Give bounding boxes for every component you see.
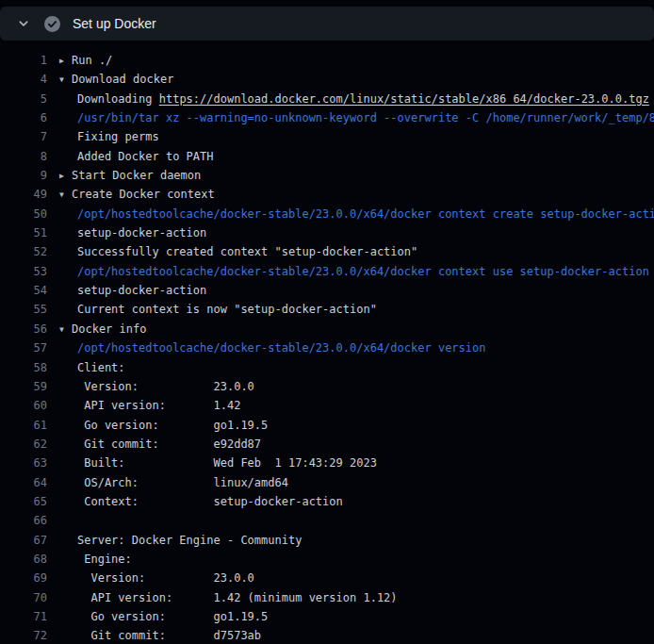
log-row: 53/opt/hostedtoolcache/docker-stable/23.… <box>0 262 654 281</box>
log-group-row[interactable]: 4▼Download docker <box>0 70 654 89</box>
log-row: 57/opt/hostedtoolcache/docker-stable/23.… <box>0 339 654 357</box>
line-number[interactable]: 55 <box>0 300 47 319</box>
log-text: setup-docker-action <box>77 223 206 242</box>
triangle-down-icon[interactable]: ▼ <box>59 321 72 339</box>
line-number[interactable]: 70 <box>0 588 47 607</box>
log-row: 67Server: Docker Engine - Community <box>0 531 654 550</box>
group-toggle[interactable]: ▶Start Docker daemon <box>59 166 201 185</box>
log-row: 58Client: <box>0 358 654 377</box>
log-text: OS/Arch: linux/amd64 <box>77 473 288 492</box>
line-number[interactable]: 8 <box>0 147 47 166</box>
log-text: Fixing perms <box>77 127 159 146</box>
triangle-down-icon[interactable]: ▼ <box>59 71 72 89</box>
line-number[interactable]: 69 <box>0 569 47 587</box>
line-number[interactable]: 49 <box>0 185 47 204</box>
line-number[interactable]: 71 <box>0 607 47 626</box>
chevron-down-icon[interactable] <box>18 18 29 29</box>
log-text: Client: <box>77 358 125 377</box>
line-number[interactable]: 64 <box>0 473 47 492</box>
log-row: 64 OS/Arch: linux/amd64 <box>0 473 654 492</box>
line-number[interactable]: 62 <box>0 435 47 454</box>
log-row: 60 API version: 1.42 <box>0 396 654 415</box>
line-number[interactable]: 67 <box>0 531 47 550</box>
group-label: Download docker <box>72 73 173 86</box>
log-group-row[interactable]: 1▶Run ./ <box>0 51 654 70</box>
log-row: 55Current context is now "setup-docker-a… <box>0 300 654 319</box>
log-text: Downloading https://download.docker.com/… <box>77 90 649 108</box>
log-group-row[interactable]: 9▶Start Docker daemon <box>0 166 654 185</box>
line-number[interactable]: 66 <box>0 511 47 530</box>
log-text: Added Docker to PATH <box>77 147 214 166</box>
log-group-row[interactable]: 56▼Docker info <box>0 320 654 339</box>
line-number[interactable]: 53 <box>0 262 47 281</box>
group-toggle[interactable]: ▼Download docker <box>59 70 173 89</box>
log-row: 71 Go version: go1.19.5 <box>0 607 654 626</box>
log-command-text: /opt/hostedtoolcache/docker-stable/23.0.… <box>77 339 485 357</box>
line-number[interactable]: 57 <box>0 339 47 357</box>
log-text: Server: Docker Engine - Community <box>77 531 302 550</box>
log-row: 52Successfully created context "setup-do… <box>0 242 654 261</box>
log-text: setup-docker-action <box>77 281 206 300</box>
line-number[interactable]: 59 <box>0 377 47 396</box>
log-text: Go version: go1.19.5 <box>77 607 268 626</box>
log-row: 5Downloading https://download.docker.com… <box>0 90 654 108</box>
log-text: Git commit: d7573ab <box>77 626 261 644</box>
log-row: 8Added Docker to PATH <box>0 147 654 166</box>
line-number[interactable]: 65 <box>0 492 47 511</box>
group-label: Start Docker daemon <box>72 169 201 182</box>
group-toggle[interactable]: ▼Create Docker context <box>59 185 215 204</box>
log-text: Engine: <box>77 550 132 569</box>
log-text: API version: 1.42 (minimum version 1.12) <box>77 588 398 607</box>
line-number[interactable]: 56 <box>0 320 47 339</box>
line-number[interactable]: 1 <box>0 51 47 70</box>
line-number[interactable]: 60 <box>0 396 47 415</box>
log-lines: 1▶Run ./4▼Download docker5Downloading ht… <box>0 51 654 644</box>
log-text: Downloading <box>77 92 159 106</box>
group-label: Run ./ <box>72 54 112 67</box>
log-text: Built: Wed Feb 1 17:43:29 2023 <box>77 454 377 472</box>
line-number[interactable]: 61 <box>0 416 47 435</box>
step-header[interactable]: Set up Docker <box>0 7 654 41</box>
log-row: 61 Go version: go1.19.5 <box>0 416 654 435</box>
line-number[interactable]: 7 <box>0 127 47 146</box>
group-label: Create Docker context <box>72 188 215 201</box>
log-row: 7Fixing perms <box>0 127 654 146</box>
triangle-down-icon[interactable]: ▼ <box>59 186 72 204</box>
line-number[interactable]: 58 <box>0 358 47 377</box>
line-number[interactable]: 9 <box>0 166 47 185</box>
log-row: 51setup-docker-action <box>0 223 654 242</box>
log-row: 54setup-docker-action <box>0 281 654 300</box>
log-text: Successfully created context "setup-dock… <box>77 242 417 261</box>
log-group-row[interactable]: 49▼Create Docker context <box>0 185 654 204</box>
group-label: Docker info <box>72 322 146 336</box>
check-circle-icon <box>44 16 60 32</box>
line-number[interactable]: 4 <box>0 70 47 89</box>
log-row: 63 Built: Wed Feb 1 17:43:29 2023 <box>0 454 654 472</box>
log-row: 70 API version: 1.42 (minimum version 1.… <box>0 588 654 607</box>
log-row: 72 Git commit: d7573ab <box>0 626 654 644</box>
triangle-right-icon[interactable]: ▶ <box>59 52 72 70</box>
line-number[interactable]: 68 <box>0 550 47 569</box>
line-number[interactable]: 5 <box>0 90 47 108</box>
group-toggle[interactable]: ▶Run ./ <box>59 51 112 70</box>
line-number[interactable]: 72 <box>0 626 47 644</box>
log-command-text: /usr/bin/tar xz --warning=no-unknown-key… <box>77 108 654 127</box>
line-number[interactable]: 52 <box>0 242 47 261</box>
line-number[interactable]: 50 <box>0 205 47 223</box>
log-link[interactable]: https://download.docker.com/linux/static… <box>159 92 649 106</box>
log-text: Git commit: e92dd87 <box>77 435 261 454</box>
triangle-right-icon[interactable]: ▶ <box>59 167 72 185</box>
log-row: 59 Version: 23.0.0 <box>0 377 654 396</box>
log-command-text: /opt/hostedtoolcache/docker-stable/23.0.… <box>77 205 654 223</box>
group-toggle[interactable]: ▼Docker info <box>59 320 146 339</box>
log-text: Version: 23.0.0 <box>77 569 254 587</box>
line-number[interactable]: 51 <box>0 223 47 242</box>
line-number[interactable]: 63 <box>0 454 47 472</box>
log-text: API version: 1.42 <box>77 396 240 415</box>
line-number[interactable]: 54 <box>0 281 47 300</box>
log-row: 6/usr/bin/tar xz --warning=no-unknown-ke… <box>0 108 654 127</box>
log-text: Current context is now "setup-docker-act… <box>77 300 377 319</box>
log-text: Version: 23.0.0 <box>77 377 254 396</box>
log-row: 50/opt/hostedtoolcache/docker-stable/23.… <box>0 205 654 223</box>
line-number[interactable]: 6 <box>0 108 47 127</box>
